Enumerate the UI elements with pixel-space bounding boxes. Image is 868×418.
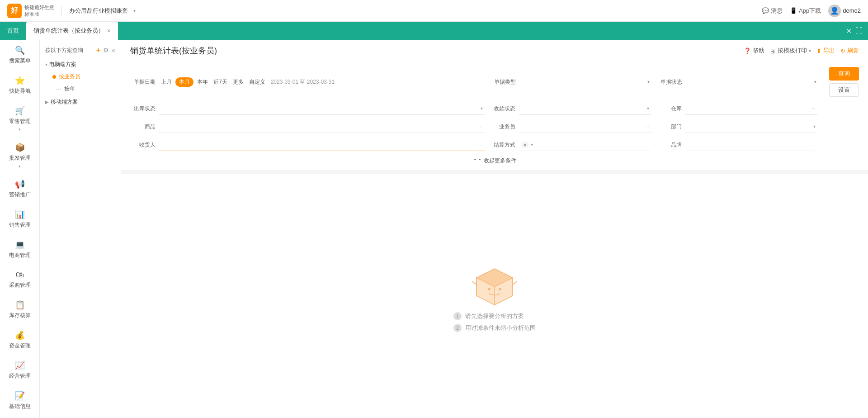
tip-num-2: 2: [453, 324, 462, 332]
data-area: 1 请先选择要分析的方案 2 用过滤条件来缩小分析范围: [121, 174, 868, 418]
collapse-panel-icon[interactable]: «: [112, 47, 115, 54]
sidebar-ecommerce-label: 电商管理: [9, 252, 31, 259]
add-scheme-icon[interactable]: +: [96, 46, 100, 54]
right-content: 销货单统计表(按业务员) ❓ 帮助 🖨 按模板打印 ▾: [121, 40, 868, 418]
left-panel-icons: + ⚙ «: [96, 46, 115, 54]
logo-text: 畅捷通好生意 标准版: [24, 4, 54, 17]
sidebar-item-ecommerce[interactable]: 💻 电商管理: [0, 234, 39, 265]
app-title-dropdown[interactable]: ▾: [133, 8, 136, 13]
doc-status-control[interactable]: ▾: [686, 76, 818, 88]
quicknav-icon: ⭐: [15, 76, 25, 86]
sidebar-finance-label: 资金管理: [9, 342, 31, 350]
warehouse-more[interactable]: ···: [811, 106, 816, 111]
payment-status-label: 收款状态: [490, 105, 515, 113]
settings-scheme-icon[interactable]: ⚙: [103, 47, 109, 54]
mobile-group-label: 移动端方案: [51, 98, 78, 106]
sidebar-item-inventory[interactable]: 📋 库存核算: [0, 294, 39, 325]
sidebar-item-sales[interactable]: 📊 销售管理: [0, 204, 39, 234]
brand-control[interactable]: ···: [685, 138, 817, 151]
staff-control[interactable]: ···: [519, 120, 651, 133]
department-control[interactable]: ▾: [685, 120, 817, 133]
settings-button[interactable]: 设置: [829, 83, 859, 97]
ecommerce-icon: 💻: [15, 240, 25, 250]
outbound-control[interactable]: ▾: [159, 102, 485, 115]
sidebar-item-system[interactable]: ⚙️ 系统管理: [0, 416, 39, 418]
tab-close-all-icon[interactable]: ✕: [846, 27, 852, 35]
sidebar-item-quick-nav[interactable]: ⭐ 快捷导航: [0, 70, 39, 100]
operation-icon: 📈: [15, 361, 25, 370]
scheme-group-desktop-title[interactable]: ▾ 电脑端方案: [40, 59, 121, 70]
date-btn-more[interactable]: 更多: [231, 77, 245, 87]
sidebar-item-wholesale[interactable]: 📦 批发管理 ▴: [0, 137, 39, 174]
date-label: 单据日期: [130, 78, 156, 86]
refresh-btn[interactable]: ↻ 刷新: [840, 47, 859, 55]
tab-fullscreen-icon[interactable]: ⛶: [855, 27, 863, 35]
message-icon: 💬: [762, 7, 769, 14]
query-button[interactable]: 查询: [829, 67, 859, 81]
product-control[interactable]: ···: [159, 120, 485, 133]
app-title: 办公用品行业模拟账套: [69, 7, 128, 15]
product-more[interactable]: ···: [478, 124, 482, 129]
page-wrapper: 按以下方案查询 + ⚙ « ▾ 电脑端方案 按业务员: [40, 40, 868, 418]
sidebar-item-marketing[interactable]: 📢 营销推广: [0, 174, 39, 204]
logo-icon: 好: [7, 4, 22, 18]
sidebar-item-operation[interactable]: 📈 经营管理: [0, 355, 39, 385]
wholesale-arrow: ▴: [19, 164, 21, 168]
topbar-right: 💬 消息 📱 App下载 👤 demo2: [762, 5, 861, 17]
tab-sales-stat-label: 销货单统计表（按业务员）: [33, 27, 104, 35]
tabbar: 首页 销货单统计表（按业务员） ✕ ✕ ⛶: [0, 22, 868, 40]
sidebar-item-search[interactable]: 🔍 搜索菜单: [0, 40, 39, 70]
tab-close-icon[interactable]: ✕: [107, 28, 111, 34]
outbound-label: 出库状态: [130, 105, 156, 113]
date-btn-7days[interactable]: 近7天: [212, 77, 229, 87]
empty-tip-2: 2 用过滤条件来缩小分析范围: [453, 324, 536, 332]
message-btn[interactable]: 💬 消息: [762, 7, 783, 15]
consignee-more[interactable]: ···: [478, 142, 482, 147]
sidebar-item-basic[interactable]: 📝 基础信息: [0, 385, 39, 416]
consignee-control[interactable]: ···: [159, 138, 485, 151]
sidebar-item-purchase[interactable]: 🛍 采购管理: [0, 265, 39, 294]
sidebar-basic-label: 基础信息: [9, 403, 31, 410]
brand-more[interactable]: ···: [811, 142, 816, 147]
payment-status-control[interactable]: ▾: [519, 102, 651, 115]
sidebar-sales-label: 销售管理: [9, 221, 31, 229]
staff-more[interactable]: ···: [645, 124, 649, 129]
finance-icon: 💰: [15, 330, 25, 340]
date-btn-custom[interactable]: 自定义: [247, 77, 267, 87]
product-label: 商品: [130, 123, 156, 131]
doc-type-control[interactable]: ▾: [519, 76, 652, 88]
sidebar-wholesale-label: 批发管理: [9, 154, 31, 162]
purchase-icon: 🛍: [16, 270, 24, 280]
payment-method-label: 结算方式: [490, 141, 515, 149]
scheme-item-by-staff[interactable]: 按业务员: [40, 70, 121, 83]
page-actions: ❓ 帮助 🖨 按模板打印 ▾ ⬆ 导出: [744, 47, 859, 55]
sidebar-item-retail[interactable]: 🛒 零售管理 ▾: [0, 100, 39, 137]
scheme-group-desktop: ▾ 电脑端方案 按业务员 ⋯ 按单: [40, 59, 121, 95]
date-btn-last-month[interactable]: 上月: [159, 77, 174, 87]
export-btn[interactable]: ⬆ 导出: [816, 47, 835, 55]
warehouse-control[interactable]: ···: [685, 102, 817, 115]
logo-area: 好 畅捷通好生意 标准版: [7, 4, 54, 18]
tab-sales-stat[interactable]: 销货单统计表（按业务员） ✕: [26, 22, 118, 40]
outbound-arrow: ▾: [481, 106, 483, 111]
collapse-btn[interactable]: ⌃⌃ 收起更多条件: [473, 157, 516, 165]
scheme-group-mobile: ▶ 移动端方案: [40, 96, 121, 108]
help-btn[interactable]: ❓ 帮助: [744, 47, 764, 55]
payment-method-tag: ×: [521, 142, 529, 148]
tabbar-right: ✕ ⛶: [846, 27, 868, 35]
scheme-group-mobile-title[interactable]: ▶ 移动端方案: [40, 96, 121, 108]
download-btn[interactable]: 📱 App下载: [790, 7, 821, 15]
date-btn-this-month[interactable]: 本月: [175, 77, 193, 87]
date-btn-this-year[interactable]: 本年: [195, 77, 210, 87]
scheme-sub-by-order[interactable]: ⋯ 按单: [40, 83, 121, 95]
template-print-btn[interactable]: 🖨 按模板打印 ▾: [770, 47, 811, 55]
consignee-label: 收货人: [130, 141, 156, 149]
payment-method-control[interactable]: × ▾: [519, 138, 651, 151]
left-panel: 按以下方案查询 + ⚙ « ▾ 电脑端方案 按业务员: [40, 40, 121, 418]
sidebar-item-finance[interactable]: 💰 资金管理: [0, 325, 39, 355]
payment-method-tag-close[interactable]: ×: [524, 142, 526, 147]
sales-icon: 📊: [15, 209, 25, 219]
user-area[interactable]: 👤 demo2: [828, 5, 861, 17]
tab-home[interactable]: 首页: [0, 22, 26, 40]
date-filter-group: 上月 本月 本年 近7天 更多 自定义: [159, 77, 267, 87]
